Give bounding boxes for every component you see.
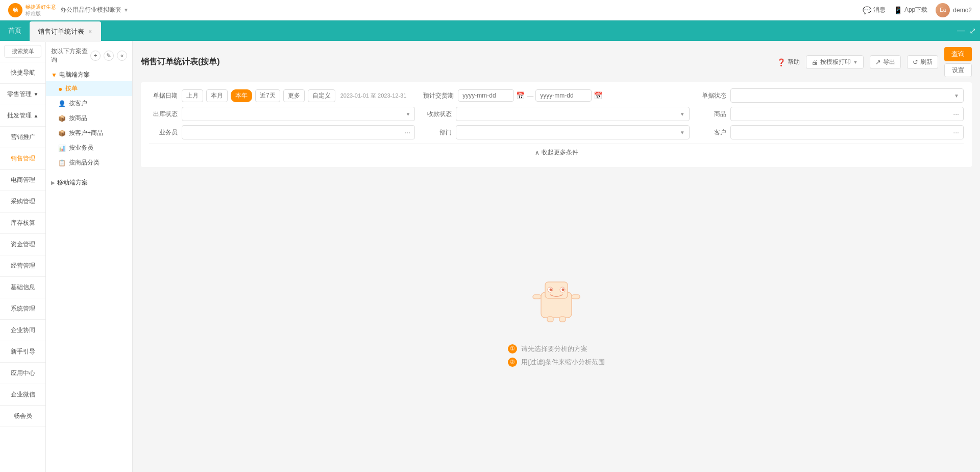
print-icon: 🖨 <box>812 58 818 66</box>
department-select[interactable]: ▼ <box>456 125 689 139</box>
payment-status-select[interactable]: ▼ <box>456 107 689 121</box>
goods-select[interactable]: ··· <box>730 107 964 121</box>
user-menu[interactable]: Ea demo2 <box>936 3 972 17</box>
calendar-end-icon[interactable]: 📅 <box>594 91 602 100</box>
scheme-item-by-goods-category[interactable]: 📋 按商品分类 <box>46 155 132 170</box>
doc-status-select[interactable]: ▼ <box>730 88 964 103</box>
empty-hints: ① 请先选择要分析的方案 ② 用[过滤]条件来缩小分析范围 <box>508 344 604 367</box>
sidebar-item-enterprise[interactable]: 企业协同 <box>0 322 45 339</box>
customer-label: 客户 <box>698 128 726 137</box>
prev-month-button[interactable]: 上月 <box>182 89 203 102</box>
hint-text-1: 请先选择要分析的方案 <box>521 344 587 353</box>
refresh-button[interactable]: ↺ 刷新 <box>907 55 938 69</box>
collapse-panel-button[interactable]: « <box>117 51 127 61</box>
svg-rect-6 <box>533 295 541 299</box>
tab-maximize-icon[interactable]: ⤢ <box>969 26 976 36</box>
filter-department-item: 部门 ▼ <box>423 125 689 139</box>
scheme-item-by-order[interactable]: ● 按单 <box>46 81 132 96</box>
collapse-more-button[interactable]: ∧ 收起更多条件 <box>149 144 964 161</box>
mobile-scheme-title[interactable]: ▶ 移动端方案 <box>46 176 132 189</box>
filter-row-2: 出库状态 ▼ 收款状态 ▼ <box>149 107 964 121</box>
more-date-button[interactable]: 更多 <box>283 89 305 102</box>
calendar-start-icon[interactable]: 📅 <box>516 91 525 100</box>
date-filter-label: 单据日期 <box>149 91 178 100</box>
sidebar-item-app-center[interactable]: 应用中心 <box>0 365 45 382</box>
sidebar-item-retail[interactable]: 零售管理 ▼ <box>0 86 45 103</box>
tab-minimize-icon[interactable]: — <box>957 26 965 35</box>
salesperson-label: 业务员 <box>149 128 178 137</box>
sidebar-item-wechat[interactable]: 企业微信 <box>0 386 45 403</box>
tab-close-icon[interactable]: × <box>87 27 93 36</box>
collapse-icon: ∧ <box>535 149 540 156</box>
page-actions: ❓ 帮助 🖨 按模板打印 ▼ ↗ 导出 ↺ 刷新 <box>777 47 972 77</box>
sidebar-item-system[interactable]: 系统管理 <box>0 300 45 317</box>
message-button[interactable]: 💬 消息 <box>863 6 886 14</box>
tab-sales-order-stats[interactable]: 销售订单统计表 × <box>30 21 101 42</box>
customer-more-icon[interactable]: ··· <box>953 128 959 136</box>
sidebar-item-newbie[interactable]: 新手引导 <box>0 343 45 360</box>
sidebar-item-purchase[interactable]: 采购管理 <box>0 193 45 210</box>
sidebar-quick-nav: 快捷导航 <box>0 62 45 84</box>
logo-area[interactable]: 畅 畅捷通好生意 标准版 <box>8 3 56 17</box>
custom-date-button[interactable]: 自定义 <box>308 89 335 102</box>
out-status-select[interactable]: ▼ <box>182 107 415 121</box>
sidebar-sales: 销售管理 <box>0 148 45 170</box>
filter-area: 单据日期 上月 本月 本年 近7天 更多 自定义 2023-01-01 至 20… <box>141 82 972 167</box>
hint-num-1: ① <box>508 344 517 353</box>
query-button[interactable]: 查询 <box>944 47 972 61</box>
sidebar-item-basic-info[interactable]: 基础信息 <box>0 279 45 296</box>
scheme-item-by-salesperson[interactable]: 📊 按业务员 <box>46 140 132 155</box>
refresh-icon: ↺ <box>913 58 918 66</box>
sidebar-operations: 经营管理 <box>0 255 45 277</box>
sidebar-item-quick-nav[interactable]: 快捷导航 <box>0 64 45 81</box>
customer-select[interactable]: ··· <box>730 125 964 139</box>
settings-button[interactable]: 设置 <box>944 63 972 77</box>
scheme-item-by-goods[interactable]: 📦 按商品 <box>46 111 132 126</box>
sidebar-item-inventory[interactable]: 库存核算 <box>0 215 45 231</box>
last7days-button[interactable]: 近7天 <box>255 89 280 102</box>
sidebar-item-sales[interactable]: 销售管理 <box>0 150 45 167</box>
salesperson-select[interactable]: ··· <box>182 125 415 139</box>
active-tab-label: 销售订单统计表 <box>38 27 84 36</box>
this-month-button[interactable]: 本月 <box>206 89 228 102</box>
template-print-button[interactable]: 🖨 按模板打印 ▼ <box>806 55 864 69</box>
sidebar-item-wholesale[interactable]: 批发管理 ▲ <box>0 107 45 124</box>
logo-text: 畅捷通好生意 标准版 <box>26 4 56 17</box>
this-year-button[interactable]: 本年 <box>231 89 252 102</box>
edit-scheme-button[interactable]: ✎ <box>104 51 114 61</box>
breadcrumb-arrow-icon[interactable]: ▼ <box>124 7 129 13</box>
filter-doc-status-item: 单据状态 ▼ <box>698 88 964 103</box>
delivery-date-end-input[interactable] <box>535 89 592 102</box>
app-download-button[interactable]: 📱 App下载 <box>894 6 927 14</box>
delivery-date-label: 预计交货期 <box>423 91 454 100</box>
add-scheme-button[interactable]: + <box>90 51 101 61</box>
sidebar-ecommerce: 电商管理 <box>0 170 45 191</box>
pc-scheme-title[interactable]: ▼ 电脑端方案 <box>46 68 132 81</box>
help-icon: ❓ <box>777 58 786 66</box>
goods-more-icon[interactable]: ··· <box>953 110 959 118</box>
sidebar-item-ecommerce[interactable]: 电商管理 <box>0 172 45 188</box>
svg-point-5 <box>562 288 565 291</box>
export-button[interactable]: ↗ 导出 <box>870 55 901 69</box>
sidebar-purchase: 采购管理 <box>0 191 45 213</box>
scheme-item-by-customer-goods[interactable]: 📦 按客户+商品 <box>46 126 132 140</box>
help-button[interactable]: ❓ 帮助 <box>777 58 800 66</box>
out-status-arrow-icon: ▼ <box>405 111 410 117</box>
svg-rect-9 <box>559 317 566 322</box>
filter-out-status-item: 出库状态 ▼ <box>149 107 415 121</box>
salesperson-more-icon[interactable]: ··· <box>405 128 411 136</box>
sidebar-item-finance[interactable]: 资金管理 <box>0 236 45 253</box>
filter-delivery-date-item: 预计交货期 📅 — 📅 <box>423 89 689 102</box>
search-menu-button[interactable]: 搜索菜单 <box>4 45 41 58</box>
scheme-item-by-customer[interactable]: 👤 按客户 <box>46 96 132 111</box>
sidebar-item-member[interactable]: 畅会员 <box>0 408 45 424</box>
delivery-date-start-input[interactable] <box>458 89 514 102</box>
sidebar-item-marketing[interactable]: 营销推广 <box>0 129 45 146</box>
sidebar-system: 系统管理 <box>0 298 45 320</box>
scheme-icon-goods-category: 📋 <box>58 159 66 167</box>
date-quick-buttons: 上月 本月 本年 近7天 更多 自定义 2023-01-01 至 2023-12… <box>182 89 406 102</box>
tab-home[interactable]: 首页 <box>0 20 30 41</box>
breadcrumb-text: 办公用品行业模拟账套 <box>60 6 121 14</box>
quick-nav-label: 快捷导航 <box>11 68 35 77</box>
sidebar-item-operations[interactable]: 经营管理 <box>0 257 45 274</box>
